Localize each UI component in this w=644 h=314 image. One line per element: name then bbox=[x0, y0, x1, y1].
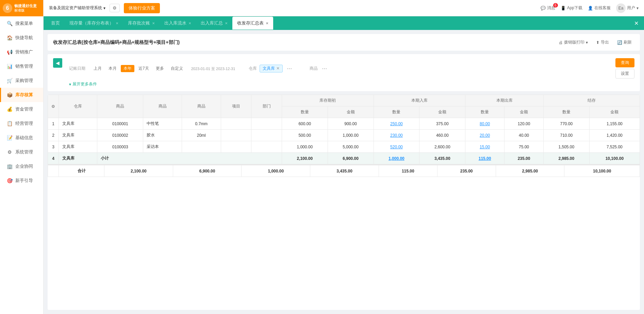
row-in-qty[interactable]: 230.00 bbox=[374, 130, 419, 141]
settings-icon: ⚙ bbox=[51, 104, 55, 109]
row-opening-qty: 600.00 bbox=[282, 118, 328, 130]
subtotal-label: 小计 bbox=[97, 153, 282, 164]
date-tabs: 上月 本月 本年 近7天 更多 自定义 bbox=[91, 65, 186, 72]
sidebar-icon-finance: 💰 bbox=[6, 106, 13, 112]
row-closing-amt: 7,525.00 bbox=[589, 141, 640, 153]
sidebar-item-quicknav[interactable]: 🏠 快捷导航 bbox=[0, 31, 43, 45]
date-tab-more[interactable]: 更多 bbox=[153, 65, 167, 72]
goods-more[interactable]: ··· bbox=[320, 65, 328, 71]
user-item[interactable]: Ea 用户 ▾ bbox=[616, 3, 639, 13]
sidebar-item-system[interactable]: ⚙ 系统管理 bbox=[0, 145, 43, 159]
col-group-in: 本期入库 bbox=[374, 95, 465, 106]
row-spec bbox=[182, 141, 221, 153]
sidebar-icon-system: ⚙ bbox=[6, 149, 13, 155]
tab-close-1[interactable]: ✕ bbox=[116, 21, 118, 25]
col-settings[interactable]: ⚙ bbox=[48, 95, 59, 118]
col-product-name: 商品 bbox=[143, 95, 182, 118]
row-closing-qty: 1,505.00 bbox=[543, 141, 589, 153]
date-tab-custom[interactable]: 自定义 bbox=[168, 65, 186, 72]
sidebar-item-sales[interactable]: 📊 销售管理 bbox=[0, 59, 43, 73]
tab-close-2[interactable]: ✕ bbox=[152, 21, 155, 25]
row-in-qty[interactable]: 250.00 bbox=[374, 118, 419, 130]
date-tab-7days[interactable]: 近7天 bbox=[136, 65, 152, 72]
subtotal-closing-qty: 2,985.00 bbox=[543, 153, 589, 164]
refresh-icon: 🔄 bbox=[617, 40, 622, 45]
sidebar-item-finance[interactable]: 💰 资金管理 bbox=[0, 102, 43, 116]
warehouse-tag-close[interactable]: ✕ bbox=[276, 66, 280, 71]
sidebar-icon-marketing: 📢 bbox=[6, 49, 13, 55]
sidebar-item-operations[interactable]: 📋 经营管理 bbox=[0, 116, 43, 131]
tab-close-5[interactable]: ✕ bbox=[266, 21, 268, 25]
app-logo: 6 畅捷通好生意 标准版 bbox=[0, 0, 43, 16]
row-closing-amt: 1,420.00 bbox=[589, 130, 640, 141]
row-department bbox=[251, 141, 282, 153]
row-name: 中性笔 bbox=[143, 118, 182, 130]
refresh-button[interactable]: 🔄 刷新 bbox=[614, 38, 634, 47]
col-warehouse: 仓库 bbox=[59, 95, 97, 118]
date-tab-this-month[interactable]: 本月 bbox=[106, 65, 119, 72]
sidebar-label-operations: 经营管理 bbox=[15, 120, 33, 127]
print-button[interactable]: 🖨 拨销版打印 ▾ bbox=[556, 38, 591, 47]
filter-actions: 查询 设置 bbox=[615, 58, 634, 79]
subtotal-out-qty[interactable]: 115.00 bbox=[465, 153, 505, 164]
tab-0[interactable]: 首页 bbox=[46, 17, 65, 30]
tab-label-3: 出入库流水 bbox=[164, 20, 186, 26]
app-download-item[interactable]: 📱 App下载 bbox=[561, 5, 582, 11]
sidebar-item-search[interactable]: 🔍 搜索菜单 bbox=[0, 16, 43, 31]
col-product-spec: 商品 bbox=[182, 95, 221, 118]
export-button[interactable]: ⬆ 导出 bbox=[593, 38, 612, 47]
tabs-container: 首页现存量（库存分布表）✕库存批次账✕出入库流水✕出入库汇总✕收发存汇总表✕ bbox=[46, 17, 631, 30]
row-opening-amt: 1,000.00 bbox=[328, 130, 374, 141]
sidebar-item-enterprise[interactable]: 🏢 企业协同 bbox=[0, 159, 43, 173]
sidebar-label-inventory: 库存核算 bbox=[15, 92, 33, 98]
warehouse-more[interactable]: ··· bbox=[285, 65, 293, 71]
sidebar-item-marketing[interactable]: 📢 营销推广 bbox=[0, 45, 43, 59]
sidebar-item-purchase[interactable]: 🛒 采购管理 bbox=[0, 73, 43, 88]
date-tab-last-month[interactable]: 上月 bbox=[91, 65, 104, 72]
config-button[interactable]: ⚙ bbox=[110, 4, 120, 12]
filter-toggle-button[interactable]: ◀ bbox=[53, 58, 62, 68]
sidebar-icon-sales: 📊 bbox=[6, 64, 13, 69]
sidebar-item-newbie[interactable]: 🎯 新手引导 bbox=[0, 173, 43, 188]
system-selector[interactable]: 装备及固定资产辅助管理系统 ▾ bbox=[49, 5, 105, 11]
tab-3[interactable]: 出入库流水✕ bbox=[160, 17, 196, 30]
tab-bar-close[interactable]: ✕ bbox=[631, 20, 641, 27]
expand-more-button[interactable]: ▾ 展开更多条件 bbox=[69, 81, 634, 87]
export-icon: ⬆ bbox=[596, 40, 599, 45]
row-in-amt: 375.00 bbox=[419, 118, 465, 130]
tab-2[interactable]: 库存批次账✕ bbox=[123, 17, 160, 30]
tab-close-3[interactable]: ✕ bbox=[188, 21, 191, 25]
row-out-qty[interactable]: 80.00 bbox=[465, 118, 505, 130]
row-in-qty[interactable]: 520.00 bbox=[374, 141, 419, 153]
row-out-qty[interactable]: 15.00 bbox=[465, 141, 505, 153]
sidebar-item-inventory[interactable]: 📦 库存核算 bbox=[0, 88, 43, 102]
subtotal-opening-amt: 6,900.00 bbox=[328, 153, 374, 164]
header-right: 💬 消息 6 📱 App下载 👤 在线客服 Ea 用户 ▾ bbox=[541, 3, 639, 13]
tab-close-4[interactable]: ✕ bbox=[225, 21, 228, 25]
table-row: 2 文具库 0100002 胶水 20ml 500.00 1,000.00 23… bbox=[48, 130, 640, 141]
online-service-item[interactable]: 👤 在线客服 bbox=[588, 5, 611, 11]
sidebar-icon-inventory: 📦 bbox=[6, 92, 13, 98]
subtotal-out-amt: 235.00 bbox=[505, 153, 544, 164]
sidebar-label-sales: 销售管理 bbox=[15, 63, 33, 69]
row-warehouse: 文具库 bbox=[59, 130, 97, 141]
query-button[interactable]: 查询 bbox=[615, 58, 634, 67]
row-name: 胶水 bbox=[143, 130, 182, 141]
row-out-qty[interactable]: 20.00 bbox=[465, 130, 505, 141]
sidebar-item-basic[interactable]: 📝 基础信息 bbox=[0, 131, 43, 145]
tab-5[interactable]: 收发存汇总表✕ bbox=[232, 17, 273, 30]
date-tab-this-year[interactable]: 本年 bbox=[121, 65, 134, 72]
sidebar-label-search: 搜索菜单 bbox=[15, 20, 33, 27]
row-project bbox=[221, 130, 251, 141]
sidebar-label-purchase: 采购管理 bbox=[15, 78, 33, 84]
subtotal-in-qty[interactable]: 1,000.00 bbox=[374, 153, 419, 164]
tab-label-5: 收发存汇总表 bbox=[237, 20, 264, 26]
subtotal-opening-qty: 2,100.00 bbox=[282, 153, 328, 164]
row-closing-qty: 770.00 bbox=[543, 118, 589, 130]
settings-button[interactable]: 设置 bbox=[615, 69, 634, 79]
row-spec: 0.7mm bbox=[182, 118, 221, 130]
message-item[interactable]: 💬 消息 6 bbox=[541, 5, 555, 11]
tab-1[interactable]: 现存量（库存分布表）✕ bbox=[65, 17, 123, 30]
tab-4[interactable]: 出入库汇总✕ bbox=[196, 17, 232, 30]
trial-button[interactable]: 体验行业方案 bbox=[124, 3, 160, 13]
